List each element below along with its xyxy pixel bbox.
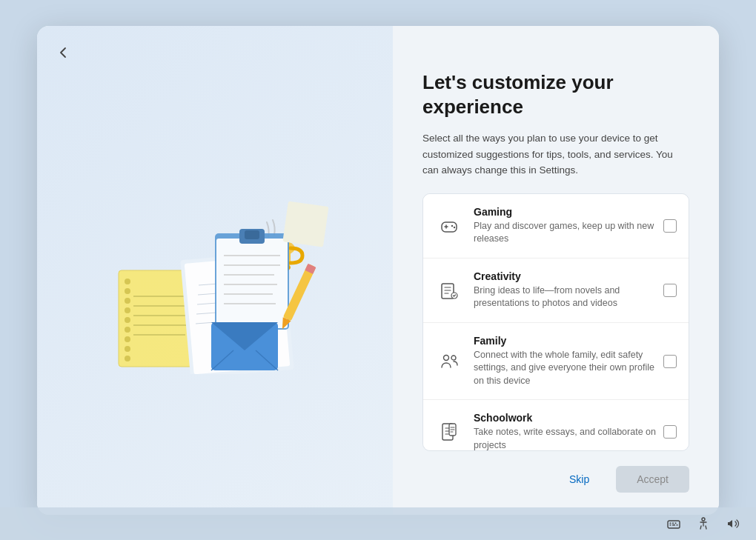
- svg-rect-57: [670, 523, 672, 524]
- svg-point-10: [125, 279, 130, 284]
- keyboard-icon[interactable]: [666, 516, 682, 532]
- svg-point-15: [125, 327, 130, 333]
- option-gaming-text: Gaming Play and discover games, keep up …: [474, 206, 663, 246]
- back-button[interactable]: [52, 41, 76, 64]
- svg-rect-59: [675, 523, 677, 524]
- svg-rect-43: [282, 201, 328, 247]
- hero-illustration: [96, 167, 334, 374]
- option-gaming-title: Gaming: [474, 206, 663, 218]
- customize-dialog: Let's customize your experience Select a…: [37, 26, 719, 515]
- svg-point-12: [125, 298, 130, 304]
- option-creativity-title: Creativity: [474, 270, 663, 282]
- svg-point-17: [125, 346, 130, 352]
- creativity-icon: [435, 276, 463, 304]
- option-family-text: Family Connect with the whole family, ed…: [474, 335, 663, 388]
- svg-point-18: [125, 356, 130, 361]
- svg-point-53: [451, 356, 456, 360]
- svg-rect-62: [677, 524, 678, 526]
- svg-point-47: [451, 225, 453, 227]
- svg-point-52: [444, 355, 449, 360]
- accessibility-icon[interactable]: [695, 516, 712, 532]
- illustration-panel: [37, 26, 393, 515]
- taskbar: [0, 507, 756, 540]
- svg-point-14: [125, 317, 130, 323]
- svg-point-16: [125, 336, 130, 342]
- option-family-desc: Connect with the whole family, edit safe…: [474, 349, 663, 388]
- svg-point-11: [125, 288, 130, 294]
- option-gaming-checkbox[interactable]: [663, 219, 677, 233]
- option-family[interactable]: Family Connect with the whole family, ed…: [423, 323, 689, 401]
- options-list: Gaming Play and discover games, keep up …: [422, 193, 689, 451]
- svg-point-48: [454, 227, 455, 228]
- footer-buttons: Skip Accept: [422, 466, 689, 493]
- option-creativity-desc: Bring ideas to life—from novels and pres…: [474, 284, 663, 310]
- family-icon: [435, 347, 463, 376]
- gamepad-icon: [435, 212, 463, 240]
- option-family-title: Family: [474, 335, 663, 347]
- svg-rect-60: [670, 524, 672, 526]
- svg-point-13: [125, 307, 130, 313]
- right-panel: Let's customize your experience Select a…: [393, 26, 719, 515]
- option-gaming[interactable]: Gaming Play and discover games, keep up …: [423, 194, 689, 259]
- svg-rect-27: [216, 239, 288, 328]
- option-schoolwork-text: Schoolwork Take notes, write essays, and…: [474, 412, 663, 450]
- option-schoolwork[interactable]: Schoolwork Take notes, write essays, and…: [423, 400, 689, 450]
- option-schoolwork-desc: Take notes, write essays, and collaborat…: [474, 426, 663, 450]
- option-gaming-desc: Play and discover games, keep up with ne…: [474, 220, 663, 246]
- page-subtitle: Select all the ways you plan to use your…: [422, 130, 689, 179]
- option-creativity-checkbox[interactable]: [663, 284, 677, 297]
- option-schoolwork-checkbox[interactable]: [663, 425, 677, 439]
- skip-button[interactable]: Skip: [551, 466, 607, 493]
- accept-button: Accept: [616, 466, 689, 493]
- option-creativity-text: Creativity Bring ideas to life—from nove…: [474, 270, 663, 310]
- page-title: Let's customize your experience: [422, 70, 689, 121]
- volume-icon[interactable]: [725, 516, 741, 532]
- option-creativity[interactable]: Creativity Bring ideas to life—from nove…: [423, 259, 689, 323]
- svg-rect-29: [245, 230, 259, 239]
- svg-rect-61: [672, 524, 675, 526]
- svg-point-63: [702, 518, 705, 521]
- schoolwork-icon: [435, 418, 463, 446]
- svg-rect-58: [672, 523, 674, 524]
- option-family-checkbox[interactable]: [663, 355, 677, 368]
- option-schoolwork-title: Schoolwork: [474, 412, 663, 424]
